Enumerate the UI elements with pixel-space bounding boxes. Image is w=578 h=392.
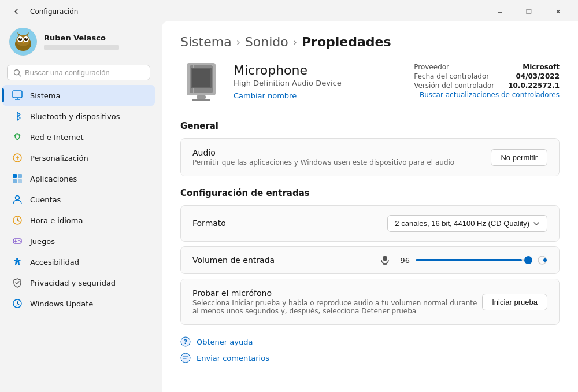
get-help-link[interactable]: ? Obtener ayuda xyxy=(180,336,560,347)
driver-date-label: Fecha del controlador xyxy=(414,72,494,80)
app-title: Configuración xyxy=(30,8,78,16)
red-icon xyxy=(12,131,23,143)
sidebar-item-red[interactable]: Red e Internet xyxy=(2,127,155,147)
user-email xyxy=(44,45,119,50)
svg-rect-21 xyxy=(18,179,22,183)
cuentas-icon xyxy=(12,194,23,205)
update-drivers-link[interactable]: Buscar actualizaciones de controladores xyxy=(414,91,560,99)
user-name: Ruben Velasco xyxy=(44,34,119,42)
svg-point-46 xyxy=(543,258,547,262)
svg-rect-20 xyxy=(13,179,17,183)
volume-slider-fill xyxy=(416,259,522,261)
sidebar-item-juegos[interactable]: Juegos xyxy=(2,231,155,252)
sidebar-item-label-bluetooth: Bluetooth y dispositivos xyxy=(30,112,120,121)
help-icon: ? xyxy=(180,336,191,347)
svg-rect-14 xyxy=(13,91,22,98)
svg-point-22 xyxy=(16,196,20,200)
svg-point-7 xyxy=(20,38,21,39)
volume-slider[interactable] xyxy=(416,259,531,261)
search-box[interactable] xyxy=(7,65,150,80)
sidebar-item-label-hora: Hora e idioma xyxy=(30,216,83,225)
general-section-title: General xyxy=(180,121,560,131)
test-card-row: Probar el micrófono Selecciona Iniciar p… xyxy=(181,279,559,324)
device-meta: Proveedor Microsoft Fecha del controlado… xyxy=(414,63,560,99)
no-permitir-button[interactable]: No permitir xyxy=(491,149,547,166)
bluetooth-icon xyxy=(12,110,23,122)
driver-version-value: 10.0.22572.1 xyxy=(508,82,560,90)
test-description: Selecciona Iniciar prueba y habla o repr… xyxy=(192,299,482,315)
svg-rect-42 xyxy=(383,256,387,261)
device-info: Microphone High Definition Audio Device … xyxy=(234,63,402,101)
format-card: Formato 2 canales, 16 bit, 44100 Hz (CD … xyxy=(180,205,560,242)
volume-label: Volumen de entrada xyxy=(192,256,308,265)
close-button[interactable]: ✕ xyxy=(544,3,571,20)
back-button[interactable] xyxy=(7,3,25,20)
privacidad-icon xyxy=(12,277,23,289)
minimize-button[interactable]: – xyxy=(487,3,513,20)
feedback-icon xyxy=(180,353,191,363)
sidebar: Ruben Velasco Sistema Bluetooth y dispos… xyxy=(0,21,157,392)
sidebar-item-privacidad[interactable]: Privacidad y seguridad xyxy=(2,272,155,293)
chevron-down-icon xyxy=(533,220,540,227)
search-icon xyxy=(13,69,21,77)
juegos-icon xyxy=(12,235,23,247)
breadcrumb-sonido[interactable]: Sonido xyxy=(245,35,288,49)
test-card: Probar el micrófono Selecciona Iniciar p… xyxy=(180,279,560,325)
maximize-button[interactable]: ❐ xyxy=(516,3,542,20)
format-value: 2 canales, 16 bit, 44100 Hz (CD Quality) xyxy=(395,219,529,228)
user-section[interactable]: Ruben Velasco xyxy=(0,21,157,65)
sidebar-item-sistema[interactable]: Sistema xyxy=(2,85,155,106)
sidebar-item-label-personalizacion: Personalización xyxy=(30,154,88,162)
sidebar-item-aplicaciones[interactable]: Aplicaciones xyxy=(2,168,155,189)
sidebar-item-cuentas[interactable]: Cuentas xyxy=(2,189,155,210)
volume-controls: 96 xyxy=(315,255,547,265)
iniciar-prueba-button[interactable]: Iniciar prueba xyxy=(482,294,547,310)
provider-value: Microsoft xyxy=(508,63,560,71)
get-help-label: Obtener ayuda xyxy=(197,338,253,346)
personalizacion-icon xyxy=(12,152,23,164)
send-feedback-link[interactable]: Enviar comentarios xyxy=(180,353,560,363)
breadcrumb-current: Propiedades xyxy=(302,35,391,49)
sidebar-item-bluetooth[interactable]: Bluetooth y dispositivos xyxy=(2,106,155,127)
sidebar-item-windows-update[interactable]: Windows Update xyxy=(2,293,155,314)
sidebar-item-hora[interactable]: Hora e idioma xyxy=(2,210,155,231)
volume-row: Volumen de entrada 96 xyxy=(181,247,559,273)
aplicaciones-icon xyxy=(12,173,23,184)
main-content: Sistema › Sonido › Propiedades xyxy=(162,21,578,392)
svg-line-13 xyxy=(19,74,21,76)
volume-card: Volumen de entrada 96 xyxy=(180,246,560,274)
sidebar-item-label-privacidad: Privacidad y seguridad xyxy=(30,279,116,287)
sidebar-item-personalizacion[interactable]: Personalización xyxy=(2,147,155,168)
driver-version-label: Versión del controlador xyxy=(414,82,494,90)
breadcrumb: Sistema › Sonido › Propiedades xyxy=(180,35,560,49)
audio-description: Permitir que las aplicaciones y Windows … xyxy=(192,158,454,167)
svg-rect-39 xyxy=(192,99,210,101)
sidebar-item-label-accesibilidad: Accesibilidad xyxy=(30,258,79,267)
breadcrumb-sistema[interactable]: Sistema xyxy=(180,35,232,49)
sistema-icon xyxy=(12,90,23,101)
format-label: Formato xyxy=(192,219,226,228)
svg-rect-41 xyxy=(192,69,210,87)
microphone-small-icon xyxy=(380,255,390,265)
svg-point-49 xyxy=(181,353,190,363)
rename-link[interactable]: Cambiar nombre xyxy=(234,91,297,100)
sidebar-item-label-juegos: Juegos xyxy=(30,237,55,246)
svg-point-6 xyxy=(24,38,28,41)
svg-rect-19 xyxy=(18,174,22,178)
hora-icon xyxy=(12,215,23,226)
audio-card-row: Audio Permitir que las aplicaciones y Wi… xyxy=(181,139,559,176)
audio-info: Audio Permitir que las aplicaciones y Wi… xyxy=(192,148,454,167)
volume-slider-thumb xyxy=(524,256,532,264)
sidebar-item-label-red: Red e Internet xyxy=(30,133,84,142)
breadcrumb-sep-2: › xyxy=(293,36,297,48)
provider-label: Proveedor xyxy=(414,63,494,71)
search-input[interactable] xyxy=(25,68,144,77)
audio-card: Audio Permitir que las aplicaciones y Wi… xyxy=(180,138,560,176)
svg-point-8 xyxy=(26,38,27,39)
input-config-section-title: Configuración de entradas xyxy=(180,188,560,198)
format-dropdown[interactable]: 2 canales, 16 bit, 44100 Hz (CD Quality) xyxy=(387,215,547,232)
svg-point-27 xyxy=(18,240,20,241)
sidebar-item-label-windows-update: Windows Update xyxy=(30,299,93,308)
sidebar-item-accesibilidad[interactable]: Accesibilidad xyxy=(2,252,155,272)
sidebar-item-label-sistema: Sistema xyxy=(30,91,60,100)
